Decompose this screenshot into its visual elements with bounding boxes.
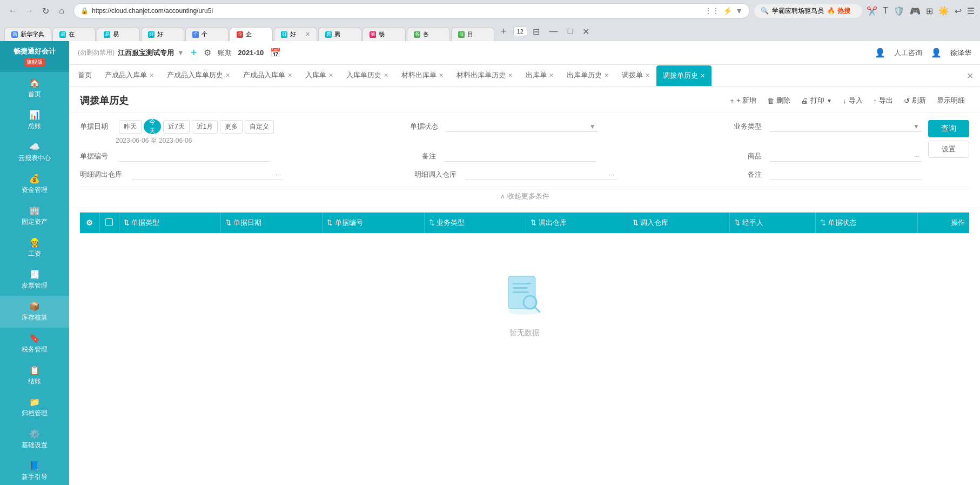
grid-icon[interactable]: ⊞ (926, 6, 933, 16)
sidebar-item-ledger[interactable]: 📊 总账 (0, 104, 69, 136)
refresh-button[interactable]: ↺ 刷新 (900, 94, 930, 108)
note-input[interactable] (445, 151, 596, 162)
menu-icon[interactable]: ☰ (967, 6, 975, 16)
new-tab-button[interactable]: + (495, 23, 512, 40)
sidebar-item-salary[interactable]: 👷 工资 (0, 232, 69, 264)
th-handler[interactable]: ⇅ 经手人 (730, 212, 816, 233)
transfer-out-wrapper[interactable]: ··· (132, 170, 283, 180)
today-button[interactable]: 今天 (144, 119, 161, 134)
import-button[interactable]: ↓ 导入 (838, 94, 867, 108)
custom-date-button[interactable]: 自定义 (245, 120, 274, 134)
tab-close-icon[interactable]: ✕ (439, 72, 444, 79)
cut-icon[interactable]: ✂️ (867, 6, 877, 16)
sidebar-item-archive[interactable]: 📁 归档管理 (0, 391, 69, 423)
tab-close-icon[interactable]: ✕ (305, 31, 310, 38)
th-transfer-out[interactable]: ⇅ 调出仓库 (526, 212, 628, 233)
week-button[interactable]: 近7天 (163, 120, 190, 134)
tab-manager-icon[interactable]: ⊟ (528, 24, 544, 39)
theme-icon[interactable]: ☀️ (938, 6, 949, 16)
show-columns-label[interactable]: 显示明细 (932, 94, 969, 108)
tab-transfer-history[interactable]: 调拨单历史 ✕ (656, 65, 711, 86)
tab-close-icon[interactable]: ✕ (384, 72, 388, 79)
th-gear[interactable]: ⚙ (80, 212, 99, 233)
month-button[interactable]: 近1月 (192, 120, 218, 134)
transfer-note-input[interactable] (770, 169, 922, 180)
tab-yi1[interactable]: 易 在 (52, 27, 96, 41)
delete-button[interactable]: 🗑 删除 (763, 94, 795, 108)
tab-in[interactable]: 入库单 ✕ (299, 65, 340, 87)
sidebar-item-settings[interactable]: ⚙️ 基础设置 (0, 423, 69, 455)
sidebar-item-guide[interactable]: 📘 新手引导 (0, 455, 69, 485)
tab-material-out[interactable]: 材料出库单 ✕ (395, 65, 450, 87)
close-window-button[interactable]: ✕ (578, 24, 594, 39)
home-button[interactable]: ⌂ (54, 3, 69, 18)
tab-home[interactable]: 首页 (71, 65, 98, 87)
th-doc-type[interactable]: ⇅ 单据类型 (119, 212, 220, 233)
add-company-button[interactable]: + (191, 46, 197, 59)
address-bar[interactable]: 🔒 https://cloud.chanjet.com/accounting/u… (73, 3, 750, 18)
transfer-in-wrapper[interactable]: ··· (465, 170, 616, 180)
tab-close-icon[interactable]: ✕ (700, 72, 705, 79)
goods-select-wrapper[interactable]: ··· (770, 151, 922, 162)
add-button[interactable]: + + 新增 (726, 94, 761, 108)
th-doc-date[interactable]: ⇅ 单据日期 (220, 212, 322, 233)
tab-close-icon[interactable]: ✕ (645, 72, 650, 79)
tab-close-icon[interactable]: ✕ (549, 72, 554, 79)
service-label[interactable]: 人工咨询 (894, 48, 922, 58)
tab-mu[interactable]: 目 目 (451, 27, 494, 41)
sidebar-item-finance[interactable]: 💰 资金管理 (0, 168, 69, 200)
print-button[interactable]: 🖨 打印 ▼ (797, 94, 836, 108)
doc-number-input[interactable] (119, 151, 270, 162)
sidebar-item-report[interactable]: ☁️ 云报表中心 (0, 136, 69, 168)
company-settings-button[interactable]: ⚙ (204, 48, 211, 58)
filter-settings-button[interactable]: 设置 (928, 141, 969, 158)
sidebar-item-invoice[interactable]: 🧾 发票管理 (0, 264, 69, 296)
th-doc-status[interactable]: ⇅ 单据状态 (816, 212, 917, 233)
th-checkbox[interactable] (99, 212, 119, 233)
yesterday-button[interactable]: 昨天 (119, 120, 142, 134)
tab-hao[interactable]: 好 好 (141, 27, 184, 41)
sidebar-item-home[interactable]: 🏠 首页 (0, 72, 69, 104)
tab-out-history[interactable]: 出库单历史 ✕ (560, 65, 615, 87)
tab-hao2[interactable]: 好 好 ✕ (274, 27, 317, 41)
sidebar-item-close[interactable]: 📋 结账 (0, 360, 69, 391)
tab-out[interactable]: 出库单 ✕ (519, 65, 560, 87)
maximize-button[interactable]: □ (563, 24, 578, 39)
tab-in-history[interactable]: 入库单历史 ✕ (340, 65, 395, 87)
company-selector[interactable]: (勿删勿禁用) 江西服宝测试专用 ▼ (78, 48, 184, 58)
collapse-button[interactable]: ∧ 收起更多条件 (80, 187, 969, 201)
biz-type-select-wrapper[interactable]: ▼ (770, 122, 922, 132)
th-doc-number[interactable]: ⇅ 单据编号 (323, 212, 424, 233)
export-button[interactable]: ↑ 导出 (869, 94, 898, 108)
th-biz-type[interactable]: ⇅ 业务类型 (424, 212, 526, 233)
tab-ge2[interactable]: 各 各 (407, 27, 450, 41)
tab-ge[interactable]: 个 个 (185, 27, 229, 41)
status-select-wrapper[interactable]: ▼ (447, 122, 598, 132)
tab-close-icon[interactable]: ✕ (287, 72, 292, 79)
query-button[interactable]: 查询 (928, 120, 969, 137)
tab-product-in[interactable]: 产成品入库单 ✕ (98, 65, 160, 87)
reload-button[interactable]: ↻ (38, 3, 53, 18)
tab-material-out-history[interactable]: 材料出库单历史 ✕ (450, 65, 519, 87)
calendar-button[interactable]: 📅 (270, 48, 281, 58)
tab-chang[interactable]: 畅 畅 (363, 27, 406, 41)
tab-close-icon[interactable]: ✕ (604, 72, 609, 79)
tab-qi[interactable]: 企 企 (230, 27, 273, 41)
undo-icon[interactable]: ↩ (955, 6, 962, 16)
tab-product-in2[interactable]: 产成品入库单 ✕ (237, 65, 299, 87)
tab-close-icon[interactable]: ✕ (508, 72, 513, 79)
tab-close-icon[interactable]: ✕ (225, 72, 230, 79)
tab-yi2[interactable]: 易 易 (97, 27, 140, 41)
tab-teng[interactable]: 腾 腾 (318, 27, 361, 41)
tab-close-icon[interactable]: ✕ (328, 72, 333, 79)
close-all-tabs-button[interactable]: ✕ (962, 71, 978, 81)
sidebar-item-assets[interactable]: 🏢 固定资产 (0, 200, 69, 232)
th-transfer-in[interactable]: ⇅ 调入仓库 (628, 212, 729, 233)
shield-icon[interactable]: 🛡️ (894, 6, 904, 16)
tab-transfer[interactable]: 调拨单 ✕ (615, 65, 656, 87)
more-date-button[interactable]: 更多 (220, 120, 243, 134)
back-button[interactable]: ← (5, 3, 21, 18)
tab-product-in-history[interactable]: 产成品入库单历史 ✕ (160, 65, 237, 87)
game-icon[interactable]: 🎮 (910, 6, 921, 16)
translate-icon[interactable]: T (883, 6, 888, 16)
